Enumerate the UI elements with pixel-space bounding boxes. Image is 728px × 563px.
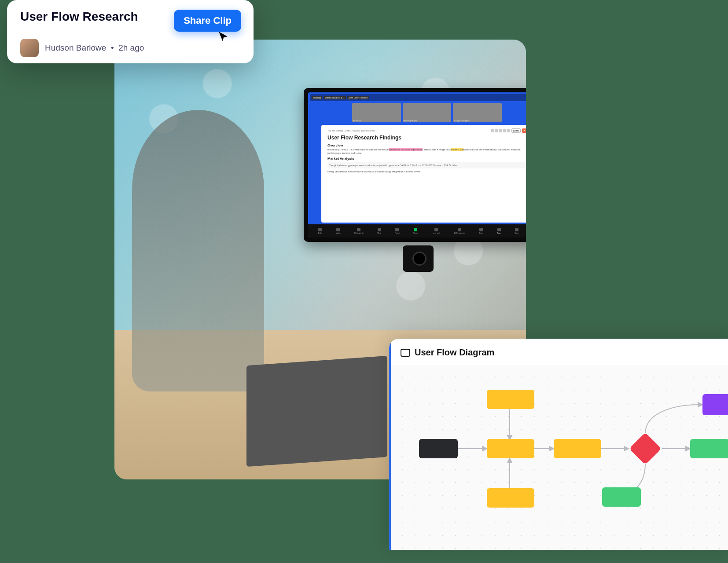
clip-card: User Flow Research Share Clip Hudson Bar…: [7, 0, 254, 63]
doc-h-market: Market Analysis: [327, 157, 526, 161]
flow-node-step-2[interactable]: [554, 439, 601, 458]
doc-collaborator-avatars: [491, 129, 510, 132]
tv-display: Meeting Smart Treadmill B… John Chen's s…: [304, 88, 526, 242]
clip-meta: Hudson Barlowe • 2h ago: [45, 43, 144, 53]
tool-more[interactable]: More: [515, 228, 519, 234]
laptop: [246, 356, 387, 467]
cursor-icon: [217, 31, 229, 42]
tool-apps[interactable]: Apps: [497, 228, 501, 234]
flow-canvas[interactable]: [391, 365, 728, 550]
webcam: [403, 245, 434, 272]
presenter-figure: [132, 110, 264, 391]
share-clip-button[interactable]: Share Clip: [174, 10, 241, 32]
doc-h-overview: Overview: [327, 143, 526, 147]
tool-participants[interactable]: Participants: [354, 228, 364, 234]
flow-node-end-low[interactable]: [602, 487, 641, 507]
author-name: Hudson Barlowe: [45, 43, 106, 52]
tool-video[interactable]: Video: [336, 228, 340, 234]
meeting-topbar: Meeting Smart Treadmill B… John Chen's s…: [310, 94, 526, 101]
doc-breadcrumb: You are sharing · Smart Treadmill Busine…: [327, 129, 375, 132]
flow-diagram-panel: User Flow Diagram: [389, 339, 728, 550]
shared-document: You are sharing · Smart Treadmill Busine…: [321, 125, 526, 223]
flow-node-start[interactable]: [419, 439, 458, 458]
flow-node-step-bot[interactable]: [487, 488, 534, 508]
author-avatar[interactable]: [20, 39, 39, 57]
tool-ai[interactable]: AI Companion: [454, 228, 465, 234]
doc-quote: The global smart gym equipment market is…: [327, 162, 526, 168]
svg-marker-12: [698, 402, 702, 407]
tab-2[interactable]: John Chen's screen: [347, 96, 369, 99]
doc-title: User Flow Research Findings: [327, 135, 526, 141]
tool-chat[interactable]: Chat: [377, 228, 381, 234]
flow-node-end-right[interactable]: [690, 439, 728, 458]
svg-marker-11: [507, 458, 512, 463]
doc-trend: Rising demand for effective home workout…: [327, 170, 526, 174]
svg-marker-3: [549, 446, 554, 451]
clip-title: User Flow Research: [20, 10, 138, 24]
zoom-meeting: Meeting Smart Treadmill B… John Chen's s…: [308, 92, 526, 238]
flow-node-purple[interactable]: [702, 394, 728, 415]
tool-react[interactable]: React: [395, 228, 399, 234]
whiteboard-icon: [401, 349, 410, 357]
svg-marker-1: [482, 446, 487, 451]
flow-node-step-1[interactable]: [487, 439, 534, 458]
tab-1[interactable]: Smart Treadmill B…: [324, 96, 346, 99]
meeting-toolbar: Audio Video Participants Chat React Shar…: [308, 224, 526, 238]
doc-close-button[interactable]: ✕: [522, 128, 526, 133]
doc-share-button[interactable]: Share: [511, 128, 521, 133]
doc-overview-text: Introducing TreadX – a smart treadmill w…: [327, 148, 526, 155]
participant-gallery: [352, 103, 502, 122]
svg-marker-5: [624, 446, 629, 451]
meeting-badge: Meeting: [312, 96, 322, 99]
tool-hand[interactable]: Hand tools: [432, 228, 440, 234]
flow-node-step-top[interactable]: [487, 390, 534, 409]
participant-tile[interactable]: [352, 103, 401, 122]
tool-audio[interactable]: Audio: [318, 228, 322, 234]
tool-share[interactable]: Share: [413, 228, 418, 234]
participant-tile[interactable]: [403, 103, 452, 122]
svg-marker-7: [686, 446, 690, 451]
flow-title: User Flow Diagram: [415, 347, 494, 358]
tool-docs[interactable]: Docs: [479, 228, 483, 234]
clip-time: 2h ago: [118, 43, 144, 52]
participant-tile[interactable]: [453, 103, 502, 122]
